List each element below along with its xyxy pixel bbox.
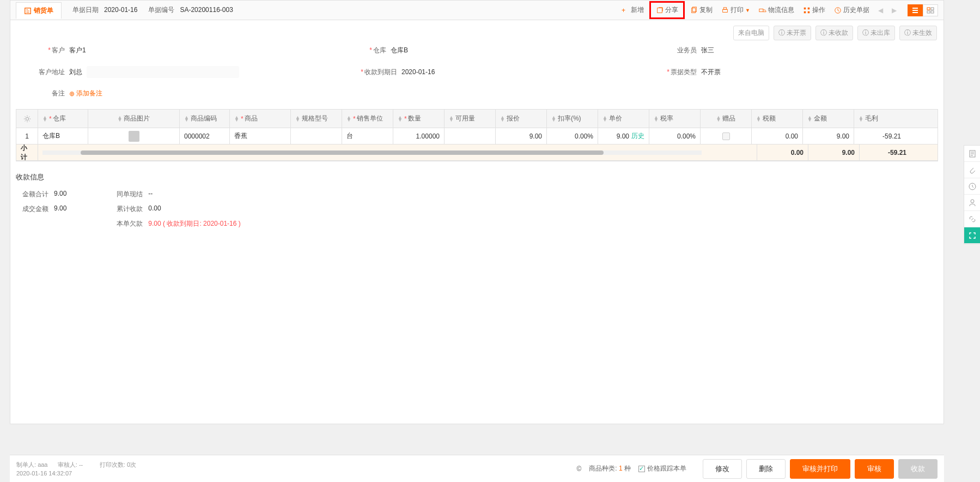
- note-icon: [968, 149, 977, 158]
- svg-rect-9: [804, 11, 806, 13]
- add-remark-button[interactable]: ⊕ 添加备注: [69, 89, 102, 98]
- salesperson-value[interactable]: 张三: [701, 46, 714, 55]
- subtotal-amount: 9.00: [808, 144, 860, 160]
- footer-actions: 修改 删除 审核并打印 审核 收款: [703, 459, 938, 479]
- th-tax-rate[interactable]: ▲▼税率: [649, 110, 701, 128]
- delete-button[interactable]: 删除: [746, 459, 786, 479]
- subtotal-profit: -59.21: [860, 144, 911, 160]
- address-blurred: [87, 66, 239, 78]
- th-qty[interactable]: ▲▼*数量: [393, 110, 445, 128]
- th-code[interactable]: ▲▼商品编码: [180, 110, 230, 128]
- review-button[interactable]: 审核: [855, 459, 894, 479]
- plus-icon: +: [622, 7, 629, 14]
- doc-no-label: 单据编号: [148, 6, 174, 14]
- row-warehouse: 仓库B: [38, 128, 88, 144]
- total-value: 9.00: [54, 190, 66, 199]
- th-spec[interactable]: ▲▼规格型号: [291, 110, 342, 128]
- row-idx: 1: [16, 128, 38, 144]
- view-list-button[interactable]: [908, 4, 923, 16]
- settled-label: 同单现结: [110, 190, 143, 199]
- next-arrow[interactable]: ▶: [888, 7, 900, 14]
- info-icon: ⓘ: [862, 28, 869, 38]
- svg-point-19: [971, 200, 974, 203]
- row-gift: [701, 128, 752, 144]
- gear-column[interactable]: [16, 110, 38, 128]
- link-icon: [968, 215, 977, 224]
- copy-icon: [690, 7, 698, 14]
- modify-button[interactable]: 修改: [703, 459, 742, 479]
- history-button[interactable]: 历史单据: [831, 3, 873, 17]
- history-link[interactable]: 历史: [631, 131, 644, 141]
- th-product[interactable]: ▲▼*商品: [230, 110, 291, 128]
- row-profit: -59.21: [854, 128, 905, 144]
- svg-rect-12: [927, 8, 930, 10]
- row-tax-amount: 0.00: [752, 128, 803, 144]
- status-from-pc: 来自电脑: [733, 26, 769, 40]
- copy-button[interactable]: 复制: [687, 3, 716, 17]
- svg-point-16: [26, 117, 28, 120]
- received-label: 累计收款: [110, 204, 143, 214]
- status-bar: 来自电脑 ⓘ未开票 ⓘ未收款 ⓘ未出库 ⓘ未生效: [10, 20, 944, 46]
- th-available[interactable]: ▲▼可用量: [445, 110, 496, 128]
- th-tax-amount[interactable]: ▲▼税额: [752, 110, 803, 128]
- table-row[interactable]: 1 仓库B 0000002 香蕉 台 1.00000 9.00 0.00% 9.…: [16, 128, 938, 144]
- invoice-type-value[interactable]: 不开票: [701, 68, 721, 77]
- new-button[interactable]: + 新增: [618, 3, 647, 17]
- warehouse-value[interactable]: 仓库B: [391, 46, 408, 55]
- expand-icon: [968, 231, 977, 240]
- owed-value: 9.00 ( 收款到期日: 2020-01-16 ): [148, 219, 240, 228]
- th-image[interactable]: ▲▼商品图片: [88, 110, 180, 128]
- product-kinds-value: 1: [619, 465, 623, 472]
- side-tool-link[interactable]: [964, 211, 980, 227]
- th-gift[interactable]: ▲▼赠品: [701, 110, 752, 128]
- print-button[interactable]: 打印 ▼: [718, 3, 753, 17]
- due-date-value[interactable]: 2020-01-16: [401, 68, 435, 76]
- received-value: 0.00: [148, 204, 161, 214]
- horizontal-scrollbar[interactable]: [42, 150, 702, 155]
- side-tool-expand[interactable]: [964, 227, 980, 244]
- payment-section: 收款信息 金额合计9.00 成交金额9.00 同单现结-- 累计收款0.00 本…: [10, 161, 944, 239]
- status-not-invoiced: ⓘ未开票: [774, 26, 811, 40]
- info-icon: ⓘ: [820, 28, 827, 38]
- truck-icon: [759, 7, 766, 14]
- logistics-button[interactable]: 物流信息: [756, 3, 798, 17]
- side-tool-attach[interactable]: [964, 162, 980, 178]
- product-table: ▲▼*仓库 ▲▼商品图片 ▲▼商品编码 ▲▼*商品 ▲▼规格型号 ▲▼*销售单位…: [16, 109, 938, 161]
- total-label: 金额合计: [16, 190, 48, 199]
- invoice-type-label: 票据类型: [671, 68, 697, 76]
- th-unit-price[interactable]: ▲▼单价: [598, 110, 649, 128]
- view-card-button[interactable]: [923, 4, 938, 16]
- header-actions: + 新增 分享 复制 打印 ▼ 物流信息: [618, 1, 938, 19]
- row-image: [88, 128, 180, 144]
- prev-arrow[interactable]: ◀: [875, 7, 886, 14]
- subtotal-row: 小计 0.00 9.00 -59.21: [16, 144, 938, 161]
- side-tool-clock[interactable]: [964, 178, 980, 195]
- tab-sales-order[interactable]: 销货单: [16, 2, 62, 19]
- print-icon: [721, 7, 729, 14]
- th-amount[interactable]: ▲▼金额: [803, 110, 854, 128]
- gift-checkbox[interactable]: [722, 132, 730, 140]
- th-unit[interactable]: ▲▼*销售单位: [342, 110, 393, 128]
- th-discount-rate[interactable]: ▲▼扣率(%): [547, 110, 598, 128]
- status-not-effective: ⓘ未生效: [899, 26, 937, 40]
- scrollbar-thumb[interactable]: [81, 150, 604, 155]
- price-follow-checkbox[interactable]: [638, 466, 645, 472]
- review-print-button[interactable]: 审核并打印: [790, 459, 850, 479]
- doc-date: 2020-01-16: [104, 6, 137, 14]
- footer-bar: 制单人: aaa 审核人: -- 打印次数: 0次 2020-01-16 14:…: [10, 455, 944, 482]
- side-tool-note[interactable]: [964, 146, 980, 162]
- share-button[interactable]: 分享: [653, 3, 681, 17]
- doc-date-label: 单据日期: [72, 6, 99, 14]
- th-profit[interactable]: ▲▼毛利: [854, 110, 905, 128]
- th-price[interactable]: ▲▼报价: [496, 110, 547, 128]
- customer-value[interactable]: 客户1: [69, 46, 86, 55]
- settled-value: --: [148, 190, 153, 199]
- subtotal-label: 小计: [16, 144, 38, 160]
- address-contact: 刘总: [69, 68, 82, 77]
- th-warehouse[interactable]: ▲▼*仓库: [38, 110, 88, 128]
- row-tax-rate: 0.00%: [649, 128, 701, 144]
- row-available: [445, 128, 496, 144]
- operate-button[interactable]: 操作: [800, 3, 829, 17]
- side-tool-user[interactable]: [964, 195, 980, 211]
- history-icon: [834, 7, 842, 14]
